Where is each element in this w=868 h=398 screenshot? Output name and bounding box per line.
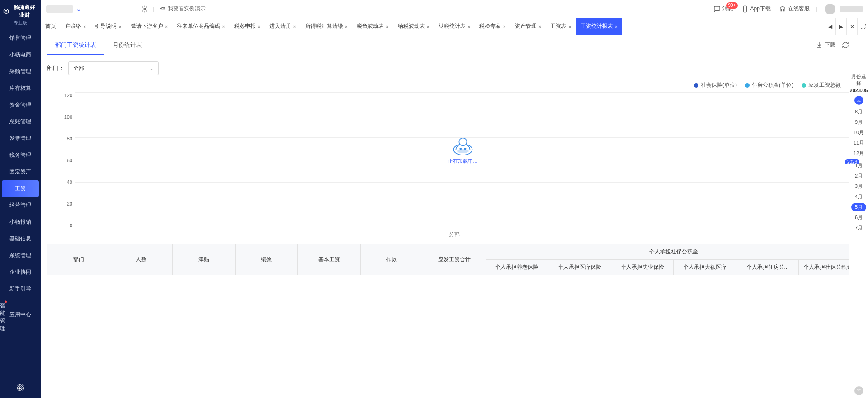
legend-dot-icon [694, 83, 698, 88]
nav-item[interactable]: 采购管理 [0, 63, 41, 80]
nav-item[interactable]: 发票管理 [0, 130, 41, 147]
phone-icon [741, 5, 749, 13]
customer-service-button[interactable]: 在线客服 [777, 5, 811, 13]
nav-item[interactable]: 经营管理 [0, 197, 41, 214]
app-download-button[interactable]: App下载 [740, 5, 773, 13]
tab[interactable]: 户联络× [61, 18, 90, 35]
month-option[interactable]: 7月 [853, 224, 864, 232]
close-icon[interactable]: × [467, 24, 470, 29]
fullscreen-button[interactable]: ⛶ [857, 18, 868, 35]
close-icon[interactable]: × [503, 24, 505, 29]
month-option[interactable]: 4月 [853, 192, 864, 201]
nav-item[interactable]: 应用中心 [0, 306, 41, 323]
svg-point-0 [5, 10, 7, 12]
tab[interactable]: 纳税统计表× [434, 18, 475, 35]
tab-label: 工资统计报表 [580, 23, 613, 30]
nav-item[interactable]: 小畅报销 [0, 214, 41, 230]
avatar[interactable] [825, 4, 835, 14]
brand-icon [3, 7, 9, 15]
month-option[interactable]: 3月 [853, 182, 864, 191]
tab[interactable]: 首页 [41, 18, 61, 35]
nav-item[interactable]: 销售管理 [0, 30, 41, 47]
month-option[interactable]: 10月 [852, 128, 866, 137]
nav-item[interactable]: 系统管理 [0, 247, 41, 264]
table-header: 扣款 [360, 244, 423, 275]
nav-item[interactable]: 库存核算 [0, 80, 41, 97]
month-option[interactable]: 2月 [853, 172, 864, 180]
close-icon[interactable]: × [118, 24, 121, 29]
tabs-close-button[interactable]: ✕ [846, 18, 857, 35]
close-icon[interactable]: × [427, 24, 429, 29]
nav-item[interactable]: 智能管理 [0, 297, 5, 306]
month-option[interactable]: 9月 [853, 118, 864, 126]
close-icon[interactable]: × [258, 24, 260, 29]
tab[interactable]: 往来单位商品编码× [172, 18, 229, 35]
company-selector[interactable]: ⌄ [46, 5, 137, 13]
tab[interactable]: 引导说明× [90, 18, 126, 35]
subtab[interactable]: 月份统计表 [104, 35, 150, 55]
tab-label: 户联络 [65, 23, 81, 30]
tab[interactable]: 税负波动表× [352, 18, 393, 35]
table-subheader: 个人承担住房公... [736, 260, 799, 275]
nav-footer-settings[interactable] [0, 379, 41, 398]
department-select[interactable]: 全部 ⌄ [68, 61, 159, 75]
nav-item[interactable]: 总账管理 [0, 113, 41, 130]
download-button[interactable]: 下载 [816, 41, 835, 49]
nav-item[interactable]: 固定资产 [0, 164, 41, 180]
subtabs-row: 部门工资统计表月份统计表 下载 刷新 [41, 35, 868, 55]
close-icon[interactable]: × [615, 24, 618, 29]
close-icon[interactable]: × [538, 24, 541, 29]
month-option[interactable]: 6月 [853, 213, 864, 222]
chart-container: 社会保险(单位)住房公积金(单位)应发工资总额 120100806040200 [41, 80, 868, 244]
nav-item[interactable]: 新手引导 [0, 281, 41, 297]
table-header: 人数 [110, 244, 173, 275]
cloud-icon [159, 5, 166, 13]
loading-cloud-icon [450, 135, 475, 156]
sidebar: 畅捷通好业财 专业版 销售管理小畅电商采购管理库存核算资金管理总账管理发票管理税… [0, 0, 41, 398]
close-icon[interactable]: × [568, 24, 571, 29]
nav-item[interactable]: 企业协同 [0, 264, 41, 281]
month-option[interactable]: 12月 [852, 149, 866, 158]
tab[interactable]: 税检专家× [475, 18, 510, 35]
brand-name: 畅捷通好业财 [11, 4, 38, 19]
month-picker-up-button[interactable]: ︽ [854, 96, 863, 105]
subtab[interactable]: 部门工资统计表 [47, 35, 104, 55]
tab-label: 纳税波动表 [398, 23, 425, 30]
close-icon[interactable]: × [293, 24, 296, 29]
close-icon[interactable]: × [83, 24, 86, 29]
tab[interactable]: 工资表× [546, 18, 576, 35]
nav-item[interactable]: 资金管理 [0, 97, 41, 113]
close-icon[interactable]: × [165, 24, 168, 29]
gear-icon[interactable] [141, 5, 148, 13]
tab-label: 资产管理 [515, 23, 537, 30]
tab[interactable]: 所得税汇算清缴× [301, 18, 352, 35]
legend-item[interactable]: 社会保险(单位) [694, 81, 737, 89]
tab[interactable]: 资产管理× [510, 18, 546, 35]
demo-link[interactable]: 我要看实例演示 [159, 5, 206, 13]
month-picker-down-button[interactable]: ︾ [854, 386, 863, 395]
tabs-prev-button[interactable]: ◀ [825, 18, 835, 35]
gridline [75, 182, 850, 183]
tab[interactable]: 税务申报× [230, 18, 265, 35]
close-icon[interactable]: × [386, 24, 388, 29]
tabs-next-button[interactable]: ▶ [835, 18, 846, 35]
tab[interactable]: 工资统计报表× [576, 18, 622, 35]
tab-label: 往来单位商品编码 [177, 23, 220, 30]
close-icon[interactable]: × [222, 24, 225, 29]
tab[interactable]: 纳税波动表× [393, 18, 434, 35]
month-option[interactable]: 8月 [853, 108, 864, 116]
nav-item[interactable]: 基础信息 [0, 230, 41, 247]
nav-item[interactable]: 工资 [2, 180, 39, 197]
messages-button[interactable]: 消息 99+ [712, 5, 735, 13]
demo-label: 我要看实例演示 [168, 5, 206, 13]
month-option[interactable]: 5月 [851, 203, 866, 211]
legend-item[interactable]: 住房公积金(单位) [745, 81, 793, 89]
nav-item[interactable]: 税务管理 [0, 147, 41, 164]
tab[interactable]: 邀请下游客户× [126, 18, 172, 35]
nav-item[interactable]: 小畅电商 [0, 47, 41, 63]
close-icon[interactable]: × [345, 24, 348, 29]
tab[interactable]: 进入清册× [265, 18, 300, 35]
month-option[interactable]: 11月 [852, 139, 866, 147]
svg-point-7 [457, 150, 468, 153]
legend-item[interactable]: 应发工资总额 [802, 81, 841, 89]
